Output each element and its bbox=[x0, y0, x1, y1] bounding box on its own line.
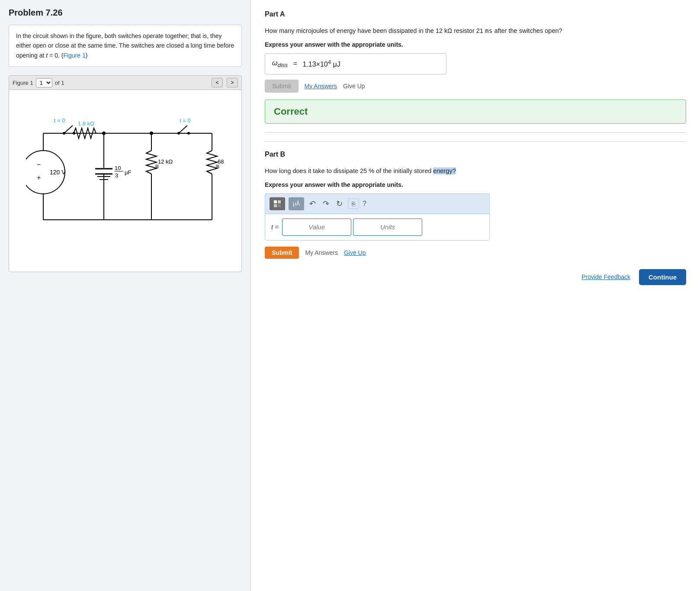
problem-description: In the circuit shown in the figure, both… bbox=[9, 25, 242, 67]
bottom-row: Provide Feedback Continue bbox=[265, 269, 686, 285]
input-toolbar: μÅ ↶ ↷ ↻ ⎘ ? bbox=[265, 193, 490, 214]
question-highlight: energy? bbox=[433, 167, 456, 174]
svg-text:1.8 kΩ: 1.8 kΩ bbox=[78, 120, 94, 127]
part-a-give-up-link[interactable]: Give Up bbox=[343, 83, 365, 90]
figure-panel: Figure 1 1 of 1 < > bbox=[9, 75, 242, 272]
svg-rect-47 bbox=[278, 204, 281, 207]
figure-label: Figure 1 bbox=[13, 80, 33, 86]
figure-prev-button[interactable]: < bbox=[212, 78, 223, 87]
part-b-header: Part B bbox=[265, 151, 686, 160]
svg-text:120 V: 120 V bbox=[50, 169, 66, 176]
part-b-submit-button[interactable]: Submit bbox=[265, 247, 299, 259]
left-panel: Problem 7.26 In the circuit shown in the… bbox=[0, 0, 251, 591]
svg-text:t = 0: t = 0 bbox=[180, 117, 191, 124]
part-a-instruction: Express your answer with the appropriate… bbox=[265, 41, 686, 48]
matrix-icon-button[interactable] bbox=[270, 197, 285, 210]
refresh-button[interactable]: ↻ bbox=[334, 199, 344, 209]
mu-label: μÅ bbox=[293, 200, 300, 207]
circuit-diagram: − + 120 V 1.8 kΩ bbox=[26, 107, 225, 254]
svg-text:μF: μF bbox=[125, 169, 131, 176]
redo-button[interactable]: ↷ bbox=[321, 199, 331, 209]
svg-line-40 bbox=[179, 125, 187, 133]
part-a-actions: Submit My Answers Give Up bbox=[265, 80, 686, 93]
keyboard-button[interactable]: ⎘ bbox=[348, 199, 359, 209]
part-b-actions: Submit My Answers Give Up bbox=[265, 247, 686, 259]
part-b-give-up-link[interactable]: Give Up bbox=[344, 249, 366, 256]
svg-text:t = 0: t = 0 bbox=[54, 117, 65, 124]
value-input[interactable] bbox=[282, 218, 351, 236]
svg-text:≡: ≡ bbox=[215, 163, 219, 170]
answer-variable: ωdiss bbox=[272, 59, 288, 68]
figure-next-button[interactable]: > bbox=[227, 78, 238, 87]
svg-rect-44 bbox=[274, 200, 277, 203]
figure-body: − + 120 V 1.8 kΩ bbox=[9, 90, 241, 272]
t-label: t = bbox=[271, 223, 279, 231]
svg-text:−: − bbox=[37, 161, 41, 168]
figure-select[interactable]: 1 bbox=[36, 78, 52, 87]
right-panel: Part A How many microjoules of energy ha… bbox=[251, 0, 700, 591]
figure-header: Figure 1 1 of 1 < > bbox=[9, 76, 241, 90]
part-a-answer-box: ωdiss = 1.13×104 μJ bbox=[265, 53, 446, 74]
part-a-section: Part A How many microjoules of energy ha… bbox=[265, 10, 686, 124]
svg-point-16 bbox=[73, 132, 75, 135]
svg-text:+: + bbox=[37, 174, 41, 181]
svg-text:≡: ≡ bbox=[155, 163, 159, 170]
provide-feedback-link[interactable]: Provide Feedback bbox=[581, 273, 630, 280]
part-a-header: Part A bbox=[265, 10, 686, 20]
answer-value: 1.13×104 μJ bbox=[302, 59, 340, 68]
keyboard-icon: ⎘ bbox=[352, 200, 355, 207]
svg-text:12 kΩ: 12 kΩ bbox=[158, 158, 173, 165]
svg-line-15 bbox=[64, 125, 73, 133]
part-b-section: Part B How long does it take to dissipat… bbox=[265, 141, 686, 285]
description-text: In the circuit shown in the figure, both… bbox=[16, 32, 234, 59]
help-button[interactable]: ? bbox=[363, 200, 366, 208]
part-a-my-answers-link[interactable]: My Answers bbox=[305, 83, 337, 90]
correct-banner: Correct bbox=[265, 100, 686, 124]
answer-equals: = bbox=[291, 60, 299, 67]
svg-rect-45 bbox=[278, 200, 281, 203]
divider bbox=[265, 132, 686, 133]
units-input[interactable] bbox=[353, 218, 422, 236]
continue-button[interactable]: Continue bbox=[639, 269, 686, 285]
svg-text:10: 10 bbox=[115, 165, 121, 171]
part-b-instruction: Express your answer with the appropriate… bbox=[265, 181, 686, 188]
undo-button[interactable]: ↶ bbox=[308, 199, 318, 209]
mu-button[interactable]: μÅ bbox=[289, 197, 304, 210]
figure1-link[interactable]: Figure 1 bbox=[63, 52, 85, 59]
part-a-submit-button[interactable]: Submit bbox=[265, 80, 299, 93]
part-a-question: How many microjoules of energy have been… bbox=[265, 26, 686, 36]
part-b-my-answers-link[interactable]: My Answers bbox=[305, 249, 337, 256]
svg-rect-46 bbox=[274, 204, 277, 207]
input-fields-row: t = bbox=[265, 214, 490, 241]
svg-text:3: 3 bbox=[115, 172, 118, 179]
part-b-question: How long does it take to dissipate 25 % … bbox=[265, 166, 686, 176]
problem-title: Problem 7.26 bbox=[9, 8, 242, 18]
figure-of: of 1 bbox=[55, 80, 64, 86]
